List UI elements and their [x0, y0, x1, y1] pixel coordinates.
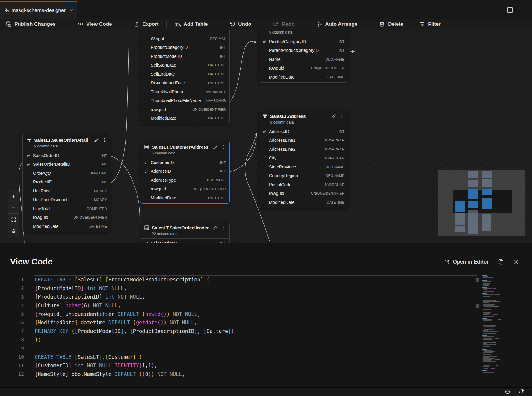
column-row-Name[interactable]: NameDBO.NAME: [259, 55, 348, 64]
edit-table-button[interactable]: [94, 138, 99, 143]
column-row-SellStartDate[interactable]: SellStartDateDATETIME: [140, 61, 229, 70]
column-row-CountryRegion[interactable]: CountryRegionDBO.NAME: [259, 171, 348, 180]
toolbar-filter-button[interactable]: Filter: [419, 21, 441, 27]
column-row-LineTotal[interactable]: LineTotalCOMPUTED: [23, 204, 111, 213]
toolbar-redo-button[interactable]: Redo: [273, 21, 295, 27]
toolbar-view-code-button[interactable]: View Code: [77, 21, 112, 27]
column-row-rowguid[interactable]: rowguidUNIQUEIDENTIFIER: [259, 64, 348, 73]
column-row-AddressID[interactable]: AddressIDINT: [140, 167, 229, 176]
close-panel-button[interactable]: [513, 259, 519, 265]
column-row-Weight[interactable]: WeightDECIMAL: [140, 34, 229, 43]
column-row-ProductModelID[interactable]: ProductModelIDINT: [140, 52, 229, 61]
column-row-DiscontinuedDate[interactable]: DiscontinuedDateDATETIME: [140, 79, 229, 88]
table-menu-button[interactable]: [221, 225, 226, 230]
table-menu-button[interactable]: [221, 144, 226, 150]
column-row-CustomerID[interactable]: CustomerIDINT: [140, 158, 229, 167]
column-row-SalesOrderID[interactable]: SalesOrderIDINT: [140, 239, 229, 243]
minimap-table-rect: [468, 189, 478, 199]
column-row-rowguid[interactable]: rowguidUNIQUEIDENTIFIER: [259, 189, 348, 198]
fit-view-button[interactable]: [8, 214, 19, 225]
toolbar-undo-label: Undo: [238, 21, 251, 27]
code-minimap[interactable]: [482, 275, 506, 378]
line-number: 11: [0, 363, 24, 368]
edit-table-button[interactable]: [213, 225, 218, 230]
table-card-sales-order-header[interactable]: SalesLT.SalesOrderHeader22 column dataSa…: [140, 222, 230, 243]
column-row-SalesOrderID[interactable]: SalesOrderIDINT: [23, 151, 111, 160]
column-row-ModifiedDate[interactable]: ModifiedDateDATETIME: [259, 73, 348, 82]
column-name: PostalCode: [269, 182, 325, 187]
more-actions-button[interactable]: [520, 7, 527, 13]
column-type: DATETIME: [208, 63, 226, 67]
column-row-AddressID[interactable]: AddressIDINT: [259, 127, 348, 136]
column-row-AddressType[interactable]: AddressTypeDBO.NAME: [140, 176, 229, 185]
table-card-address[interactable]: SalesLT.Address9 column dataAddressIDINT…: [259, 110, 348, 208]
column-row-PostalCode[interactable]: PostalCodeNVARCHAR: [259, 180, 348, 189]
copilot-button[interactable]: [504, 389, 510, 395]
column-row-ModifiedDate[interactable]: ModifiedDateDATETIME: [259, 198, 348, 207]
column-row-SalesOrderDetailID[interactable]: SalesOrderDetailIDINT: [23, 160, 111, 169]
column-row-UnitPriceDiscount[interactable]: UnitPriceDiscountMONEY: [23, 195, 111, 204]
column-type: DATETIME: [208, 196, 226, 200]
bell-button[interactable]: [518, 389, 524, 395]
code-line-2: 2[ProductModelID] int NOT NULL,: [0, 284, 476, 293]
toolbar-undo-button[interactable]: Undo: [229, 21, 251, 27]
toolbar-publish-changes-button[interactable]: Publish Changes: [5, 21, 56, 27]
toolbar-separator: [166, 21, 167, 28]
column-row-ModifiedDate[interactable]: ModifiedDateDATETIME: [23, 222, 111, 231]
lock-button[interactable]: [8, 225, 19, 237]
edit-table-button[interactable]: [213, 144, 218, 150]
toolbar-delete-button[interactable]: Delete: [379, 21, 403, 27]
code-line-11: 11[CustomerID] int NOT NULL IDENTITY(1,1…: [0, 361, 476, 370]
column-row-ProductID[interactable]: ProductIDINT: [23, 178, 111, 187]
column-row-AddressLine2[interactable]: AddressLine2NVARCHAR: [259, 145, 348, 154]
code-line-9: 9: [0, 344, 476, 353]
sql-code-editor[interactable]: 1CREATE TABLE [SalesLT].[ProductModelPro…: [0, 275, 476, 378]
column-row-City[interactable]: CityNVARCHAR: [259, 154, 348, 163]
table-menu-button[interactable]: [102, 138, 107, 143]
column-row-rowguid[interactable]: rowguidUNIQUEIDENTIFIER: [140, 185, 229, 194]
table-card-sales-order-detail[interactable]: SalesLT.SalesOrderDetail9 column dataSal…: [22, 134, 111, 232]
column-row-ModifiedDate[interactable]: ModifiedDateDATETIME: [140, 193, 229, 202]
column-row-ProductCategoryID[interactable]: ProductCategoryIDINT: [259, 37, 348, 46]
canvas-minimap[interactable]: [438, 170, 525, 236]
tab-close-button[interactable]: [70, 8, 73, 13]
column-row-AddressLine1[interactable]: AddressLine1NVARCHAR: [259, 136, 348, 145]
column-type: NVARCHAR: [325, 138, 344, 142]
table-menu-button[interactable]: [339, 114, 344, 119]
toolbar-auto-arrange-button[interactable]: Auto Arrange: [316, 21, 357, 27]
column-row-SellEndDate[interactable]: SellEndDateDATETIME: [140, 70, 229, 79]
zoom-out-button[interactable]: [8, 202, 19, 214]
schema-canvas[interactable]: WeightDECIMALProductCategoryIDINTProduct…: [0, 30, 532, 243]
column-name: UnitPriceDiscount: [33, 197, 94, 202]
column-row-ParentProductCategoryID[interactable]: ParentProductCategoryIDINT: [259, 46, 348, 55]
column-row-ProductCategoryID[interactable]: ProductCategoryIDINT: [140, 43, 229, 52]
copy-code-button[interactable]: [498, 259, 504, 265]
toolbar-export-button[interactable]: Export: [134, 21, 159, 27]
column-row-UnitPrice[interactable]: UnitPriceMONEY: [23, 186, 111, 195]
minimap-table-rect: [482, 214, 491, 231]
column-row-rowguid[interactable]: rowguidUNIQUEIDENTIFIER: [23, 213, 111, 222]
column-type: DBO.NAME: [326, 58, 344, 61]
split-editor-button[interactable]: [507, 7, 513, 13]
tab-mssql-schema-designer[interactable]: mssql-schema-designer: [0, 1, 77, 19]
open-in-editor-button[interactable]: Open in Editor: [444, 259, 489, 265]
line-number: 7: [0, 328, 24, 334]
column-row-ThumbNailPhoto[interactable]: ThumbNailPhotoVARBINARY: [140, 87, 229, 96]
column-type: NVARCHAR: [325, 156, 344, 160]
column-row-rowguid[interactable]: rowguidUNIQUEIDENTIFIER: [140, 105, 229, 114]
zoom-in-button[interactable]: [8, 190, 19, 202]
minimap-table-rect: [468, 171, 478, 178]
toolbar-add-table-button[interactable]: Add Table: [174, 21, 208, 27]
edit-table-button[interactable]: [331, 114, 336, 119]
column-name: AddressID: [269, 129, 339, 134]
table-card-customer-address[interactable]: SalesLT.CustomerAddress5 column dataCust…: [140, 141, 230, 204]
key-icon: [144, 160, 149, 165]
column-row-ThumbnailPhotoFileName[interactable]: ThumbnailPhotoFileNameNVARCHAR: [140, 96, 229, 105]
column-name: AddressType: [151, 178, 207, 183]
table-card-product[interactable]: WeightDECIMALProductCategoryIDINTProduct…: [140, 30, 230, 124]
column-row-OrderQty[interactable]: OrderQtySMALLINT: [23, 169, 111, 178]
column-row-StateProvince[interactable]: StateProvinceDBO.NAME: [259, 162, 348, 171]
column-row-ModifiedDate[interactable]: ModifiedDateDATETIME: [140, 114, 229, 123]
table-card-product-category[interactable]: 5 column dataProductCategoryIDINTParentP…: [259, 30, 348, 83]
code-line-8: 8);: [0, 335, 476, 344]
